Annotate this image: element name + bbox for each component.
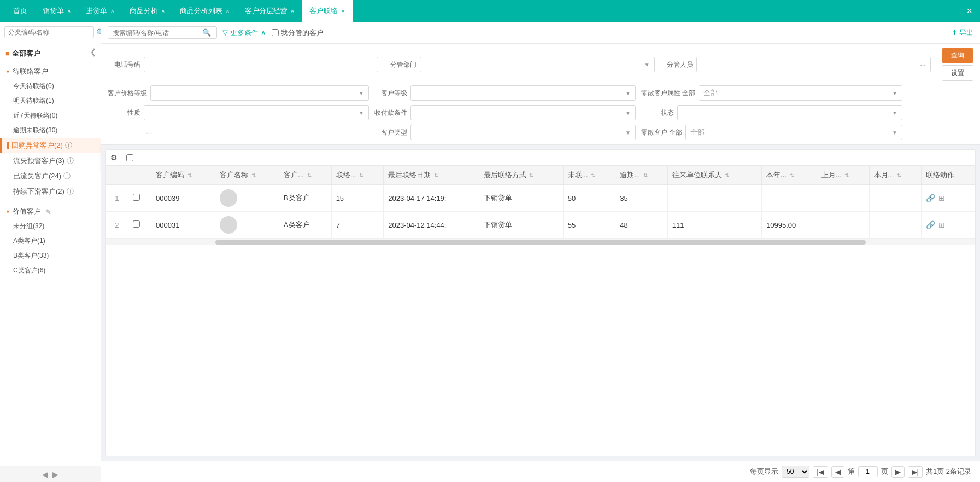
sidebar-item-today[interactable]: 今天待联络(0) xyxy=(0,79,101,94)
sidebar-prev-btn[interactable]: ◀ xyxy=(42,470,48,479)
nav-purchase[interactable]: 进货单 × xyxy=(78,0,121,22)
sidebar-item-churned[interactable]: 已流失客户(24) ⓘ xyxy=(0,169,101,184)
sidebar-item-overdue[interactable]: 逾期未联络(30) xyxy=(0,123,101,138)
sidebar-item-a-class[interactable]: A类客户(1) xyxy=(0,234,101,248)
sidebar-search-input[interactable] xyxy=(4,26,94,38)
sidebar-item-b-class[interactable]: B类客户(33) xyxy=(0,248,101,263)
row2-checkbox-cell xyxy=(128,212,151,239)
customer-level-select[interactable]: ▼ xyxy=(410,85,636,101)
row1-grid-icon[interactable]: ⊞ xyxy=(938,194,945,202)
search-input[interactable] xyxy=(113,29,200,37)
manager-input[interactable]: ··· xyxy=(696,57,931,72)
phone-input[interactable] xyxy=(144,57,378,72)
sidebar-next-btn[interactable]: ▶ xyxy=(52,470,58,479)
row2-grid-icon[interactable]: ⊞ xyxy=(938,220,945,229)
prev-page-btn[interactable]: ◀ xyxy=(831,466,844,478)
my-customers-checkbox[interactable]: 我分管的客户 xyxy=(272,28,324,38)
row2-link-icon[interactable]: 🔗 xyxy=(926,220,935,229)
sidebar-search-icon[interactable]: 🔍 xyxy=(96,28,101,37)
settings-button[interactable]: 设置 xyxy=(942,65,973,81)
row2-checkbox[interactable] xyxy=(133,220,140,228)
sidebar-item-churn-warning[interactable]: 流失预警客户(3) ⓘ xyxy=(0,153,101,169)
nature-select[interactable]: ▼ xyxy=(144,105,369,120)
col-this-month-sort[interactable]: ⇅ xyxy=(897,172,901,178)
row1-checkbox[interactable] xyxy=(133,194,140,201)
col-contact-person-sort[interactable]: ⇅ xyxy=(725,172,729,178)
sidebar-collapse-btn[interactable]: 《 xyxy=(86,48,95,59)
col-type-sort[interactable]: ⇅ xyxy=(307,172,312,178)
col-code-sort[interactable]: ⇅ xyxy=(187,172,192,178)
nav-sales[interactable]: 销货单 × xyxy=(35,0,78,22)
row1-link-icon[interactable]: 🔗 xyxy=(926,194,935,202)
table-gear-icon[interactable]: ⚙ xyxy=(110,153,118,162)
customer-type-select[interactable]: ▼ xyxy=(410,125,636,140)
declining-info-icon[interactable]: ⓘ xyxy=(67,187,74,196)
churn-warning-info-icon[interactable]: ⓘ xyxy=(67,156,74,166)
row2-uncontacted: 55 xyxy=(563,212,615,239)
horizontal-scrollbar[interactable] xyxy=(106,239,975,245)
sidebar-item-c-class[interactable]: C类客户(6) xyxy=(0,263,101,278)
next-page-btn[interactable]: ▶ xyxy=(891,466,905,478)
retail-customer-select[interactable]: 全部 ▼ xyxy=(685,125,902,140)
per-page-select[interactable]: 50 20 100 xyxy=(782,466,809,478)
row1-last-method-link[interactable]: 下销货单 xyxy=(484,194,512,202)
sidebar-item-declining[interactable]: 持续下滑客户(2) ⓘ xyxy=(0,184,101,199)
search-icon[interactable]: 🔍 xyxy=(202,28,211,37)
col-overdue-sort[interactable]: ⇅ xyxy=(643,172,648,178)
nav-analysis-list[interactable]: 商品分析列表 × xyxy=(172,0,237,22)
repurchase-info-icon[interactable]: ⓘ xyxy=(65,141,72,150)
row1-avatar xyxy=(220,189,237,207)
col-last-method-sort[interactable]: ⇅ xyxy=(529,172,533,178)
nav-analysis[interactable]: 商品分析 × xyxy=(122,0,172,22)
row2-last-method-link[interactable]: 下销货单 xyxy=(484,220,512,229)
col-last-date-sort[interactable]: ⇅ xyxy=(434,172,438,178)
manager-dots[interactable]: ··· xyxy=(920,61,926,69)
nav-analysis-close[interactable]: × xyxy=(161,8,165,14)
payment-select[interactable]: ▼ xyxy=(410,105,636,120)
col-code: 客户编码 ⇅ xyxy=(151,166,215,185)
query-button[interactable]: 查询 xyxy=(942,48,973,63)
price-level-select[interactable]: ▼ xyxy=(150,85,369,101)
status-select[interactable]: ▼ xyxy=(677,105,902,120)
col-name-sort[interactable]: ⇅ xyxy=(251,172,256,178)
col-this-year: 本年... ⇅ xyxy=(762,166,817,185)
dept-select[interactable]: ▼ xyxy=(420,57,654,72)
nav-sales-close[interactable]: × xyxy=(67,8,71,14)
value-group-edit-icon[interactable]: ✎ xyxy=(45,208,51,216)
more-dots[interactable]: ··· xyxy=(144,129,152,137)
first-page-btn[interactable]: |◀ xyxy=(813,466,828,478)
page-input[interactable] xyxy=(858,466,878,477)
sidebar-item-ungrouped[interactable]: 未分组(32) xyxy=(0,219,101,234)
sidebar-all-customers[interactable]: ■ 全部客户 《 xyxy=(0,43,101,63)
window-close-button[interactable]: × xyxy=(966,5,972,17)
sidebar-group-value[interactable]: ▼ 价值客户 ✎ xyxy=(0,204,101,219)
col-this-year-sort[interactable]: ⇅ xyxy=(790,172,794,178)
sidebar-item-repurchase-anomaly[interactable]: 回购异常客户(2) ⓘ xyxy=(0,138,101,153)
sidebar-item-7days[interactable]: 近7天待联络(0) xyxy=(0,108,101,123)
retail-attr-select[interactable]: 全部 ▼ xyxy=(699,85,902,101)
nav-customer-contact-close[interactable]: × xyxy=(341,8,344,14)
churned-info-icon[interactable]: ⓘ xyxy=(63,171,71,181)
nav-analysis-list-close[interactable]: × xyxy=(226,8,229,14)
col-uncontacted-sort[interactable]: ⇅ xyxy=(591,172,595,178)
row1-last-method: 下销货单 xyxy=(479,185,563,212)
more-conditions-btn[interactable]: ▽ 更多条件 ∧ xyxy=(222,28,266,38)
col-contact: 联络... ⇅ xyxy=(331,166,384,185)
export-btn[interactable]: ⬆ 导出 xyxy=(952,28,973,38)
total-label: 共1页 2条记录 xyxy=(926,467,971,477)
my-customers-check[interactable] xyxy=(272,29,279,36)
payment-label: 收付款条件 xyxy=(374,108,407,118)
nav-customer-segment-close[interactable]: × xyxy=(291,8,294,14)
nav-home[interactable]: 首页 xyxy=(5,0,35,22)
nav-customer-contact[interactable]: 客户联络 × xyxy=(302,0,352,22)
nav-purchase-close[interactable]: × xyxy=(110,8,114,14)
nav-customer-segment[interactable]: 客户分层经营 × xyxy=(237,0,302,22)
row1-actions: 🔗 ⊞ xyxy=(922,185,975,212)
sidebar-item-tomorrow[interactable]: 明天待联络(1) xyxy=(0,94,101,108)
col-contact-sort[interactable]: ⇅ xyxy=(359,172,363,178)
sidebar-group-pending[interactable]: ▼ 待联络客户 xyxy=(0,63,101,79)
col-last-date: 最后联络日期 ⇅ xyxy=(384,166,479,185)
col-last-month-sort[interactable]: ⇅ xyxy=(844,172,849,178)
select-all-checkbox[interactable] xyxy=(126,154,133,161)
last-page-btn[interactable]: ▶| xyxy=(908,466,923,478)
